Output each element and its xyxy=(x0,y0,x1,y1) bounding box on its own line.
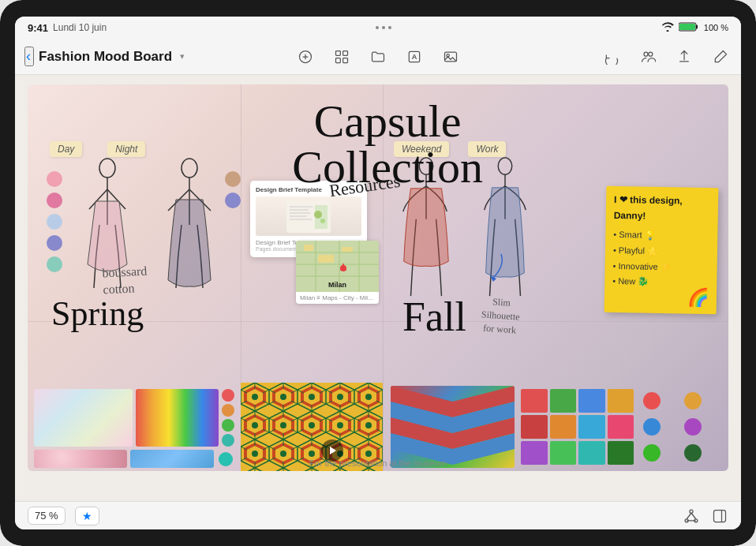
milan-map-card[interactable]: Milan Milan ≡ Maps - City - Mil... xyxy=(296,241,379,304)
insert-image-icon[interactable] xyxy=(440,46,462,68)
night-dot-1 xyxy=(225,171,241,187)
chevron-swatch xyxy=(391,386,515,468)
back-chevron-icon: ‹ xyxy=(26,48,31,65)
color-dot-2 xyxy=(47,193,62,208)
folder-icon[interactable] xyxy=(367,46,389,68)
svg-point-18 xyxy=(182,159,197,178)
bottom-bar: 75 % ★ xyxy=(15,501,741,529)
cg-5 xyxy=(521,415,547,439)
sticky-rainbow-icon: 🌈 xyxy=(687,287,709,308)
undo-icon[interactable] xyxy=(601,46,623,68)
grid-icon[interactable] xyxy=(331,46,353,68)
svg-marker-46 xyxy=(330,447,336,454)
sticky-line1: I ❤ this design, xyxy=(614,194,710,207)
teal-circle xyxy=(219,452,233,466)
svg-text:A: A xyxy=(412,53,417,61)
capsule-title: Capsule Collection xyxy=(292,99,483,190)
cg-6 xyxy=(550,415,576,439)
cg-10 xyxy=(550,441,576,465)
svg-rect-4 xyxy=(336,50,341,55)
caption-text: For the presentation at the museum xyxy=(309,458,447,468)
status-right: 100 % xyxy=(661,22,728,33)
svg-point-29 xyxy=(314,211,322,219)
cg-7 xyxy=(578,415,604,439)
left-swatches-area xyxy=(28,386,241,471)
cc-1 xyxy=(643,392,661,410)
ipad-frame: 9:41 Lundi 10 juin 10 xyxy=(0,0,756,546)
cc-4 xyxy=(684,418,702,436)
status-dot-1 xyxy=(376,26,379,29)
color-grid xyxy=(518,386,637,468)
cg-8 xyxy=(608,415,634,439)
svg-point-30 xyxy=(320,219,325,223)
svg-rect-2 xyxy=(679,24,695,30)
svg-point-52 xyxy=(690,510,693,513)
swatch-circle-2 xyxy=(222,404,234,417)
status-date: Lundi 10 juin xyxy=(53,22,107,33)
pencils-swatch xyxy=(136,389,219,447)
fall-label: Fall xyxy=(402,294,466,340)
iridescent-swatch xyxy=(34,389,133,447)
toolbar-right xyxy=(496,46,732,68)
bottom-left: 75 % ★ xyxy=(28,507,99,525)
svg-point-13 xyxy=(649,52,653,56)
cg-4 xyxy=(608,389,634,413)
swatch-circle-1 xyxy=(222,389,234,402)
annotate-icon[interactable] xyxy=(294,46,316,68)
cc-6 xyxy=(684,444,702,462)
left-color-dots xyxy=(47,171,62,272)
battery-label: 100 % xyxy=(704,23,728,32)
title-dropdown-icon[interactable]: ▾ xyxy=(180,51,185,62)
share-icon[interactable] xyxy=(673,46,695,68)
svg-line-56 xyxy=(691,513,696,519)
star-icon: ★ xyxy=(82,510,92,522)
sticky-bullets: • Smart 💡 • Playful 🌟 • Innovative ⚡ • N… xyxy=(612,227,709,291)
svg-rect-7 xyxy=(343,58,348,62)
cc-3 xyxy=(643,418,661,436)
battery-icon xyxy=(679,22,699,33)
svg-marker-51 xyxy=(490,275,496,282)
status-bar: 9:41 Lundi 10 juin 10 xyxy=(15,17,741,39)
status-dot-2 xyxy=(382,26,385,29)
pencil-edit-icon[interactable] xyxy=(709,46,732,68)
doc-title: Fashion Mood Board xyxy=(39,49,172,65)
cg-11 xyxy=(578,441,604,465)
star-button[interactable]: ★ xyxy=(75,507,99,525)
status-center xyxy=(376,26,391,29)
night-dot-2 xyxy=(225,193,241,208)
text-icon[interactable]: A xyxy=(403,46,425,68)
cc-2 xyxy=(684,392,702,410)
night-color-dots xyxy=(225,171,241,208)
svg-point-12 xyxy=(644,52,648,56)
night-sketch xyxy=(154,154,225,296)
sidebar-toggle-icon[interactable] xyxy=(711,507,728,525)
back-button[interactable]: ‹ xyxy=(24,47,34,66)
bottom-right xyxy=(683,507,728,525)
color-dot-5 xyxy=(47,256,62,272)
sticky-note: I ❤ this design, Danny! • Smart 💡 • Play… xyxy=(604,186,719,314)
design-brief-thumbnail xyxy=(256,196,361,236)
ipad-screen: 9:41 Lundi 10 juin 10 xyxy=(15,17,741,529)
svg-rect-38 xyxy=(304,245,313,251)
svg-point-14 xyxy=(99,159,115,178)
mood-board: Capsule Collection Day Night xyxy=(28,84,728,471)
color-dot-4 xyxy=(47,235,62,251)
toolbar-center: A xyxy=(260,46,496,68)
zoom-level[interactable]: 75 % xyxy=(28,507,65,525)
svg-rect-39 xyxy=(318,255,334,263)
svg-rect-5 xyxy=(343,50,348,55)
cg-3 xyxy=(578,389,604,413)
cg-1 xyxy=(521,389,547,413)
milan-label: Milan xyxy=(328,281,346,289)
collaborate-icon[interactable] xyxy=(637,46,659,68)
color-dot-1 xyxy=(47,171,62,187)
status-dot-3 xyxy=(388,26,391,29)
toolbar: ‹ Fashion Mood Board ▾ xyxy=(15,39,741,75)
status-time: 9:41 xyxy=(28,22,48,34)
network-icon[interactable] xyxy=(683,507,700,525)
canvas-area[interactable]: Capsule Collection Day Night xyxy=(15,75,741,501)
arrow-annotation xyxy=(477,250,509,285)
milan-map-thumbnail: Milan xyxy=(296,241,379,292)
swatch-circle-3 xyxy=(222,419,234,432)
cg-2 xyxy=(550,389,576,413)
